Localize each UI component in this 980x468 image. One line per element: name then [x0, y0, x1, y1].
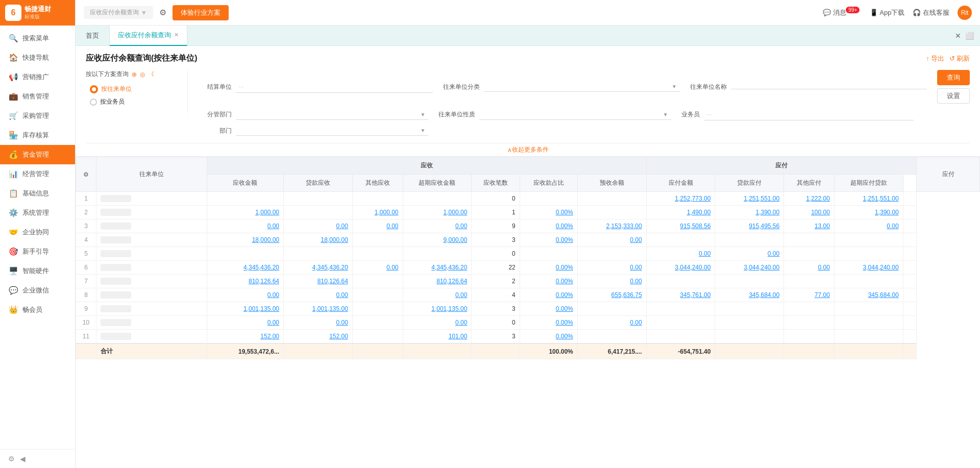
- condition-settings-icon[interactable]: ◎: [140, 71, 145, 78]
- col-partner: 往来单位: [96, 157, 207, 192]
- col-group-ap: 应付: [646, 157, 916, 175]
- sidebar-logo: 6 畅捷通财 标准版: [0, 0, 75, 26]
- tab-close-window-icon[interactable]: ✕: [955, 32, 961, 40]
- sidebar-label-collab: 企业协同: [22, 228, 49, 237]
- purchase-icon: 🛒: [8, 111, 18, 120]
- col-ar-other: 其他应收: [352, 175, 403, 192]
- page-title-row: 应收应付余额查询(按往来单位) ↑ 导出 ↺ 刷新: [86, 53, 970, 64]
- collapse-icon[interactable]: ◀: [20, 455, 26, 463]
- sidebar-item-operations[interactable]: 📊经营管理: [0, 164, 75, 184]
- tab-close-icon[interactable]: ✕: [174, 32, 179, 38]
- col-ap-overdue: 超期应付贷款: [834, 175, 903, 192]
- col-group-ar: 应收: [207, 157, 646, 175]
- query-label: 按以下方案查询 ⊕ ◎ 《: [86, 70, 181, 79]
- marketing-icon: 📢: [8, 72, 18, 82]
- breadcrumb-arrow: ▼: [141, 9, 147, 16]
- sidebar-item-marketing[interactable]: 📢营销推广: [0, 67, 75, 87]
- filter-label-lwdwmc: 往来单位名称: [690, 83, 727, 91]
- query-option-salesperson[interactable]: 按业务员: [86, 95, 181, 108]
- solution-button[interactable]: 体验行业方案: [173, 5, 229, 20]
- filter-input-lwdwxz[interactable]: ▼: [479, 110, 671, 120]
- app-download[interactable]: 📱 App下载: [870, 8, 904, 17]
- sidebar-label-finance: 资金管理: [22, 150, 49, 159]
- sidebar-item-sales[interactable]: 💼销售管理: [0, 87, 75, 106]
- table-row: 5XXXXX00.000.00: [76, 247, 980, 261]
- search-menu-icon: 🔍: [8, 34, 18, 43]
- table-row: 8XXXXX0.000.000.0040.00%655,636.75345,76…: [76, 288, 980, 302]
- tab-ar-ap[interactable]: 应收应付余额查询 ✕: [110, 26, 187, 46]
- filter-input-lwdwmc[interactable]: [731, 85, 927, 89]
- export-button[interactable]: ↑ 导出: [926, 54, 945, 63]
- online-service[interactable]: 🎧 在线客服: [913, 8, 949, 17]
- sidebar-label-quick-nav: 快捷导航: [22, 53, 49, 62]
- filter-input-bm[interactable]: ▼: [236, 126, 428, 136]
- collapse-bar[interactable]: ∧ 收起更多条件: [86, 143, 970, 156]
- sidebar-item-collab[interactable]: 🤝企业协同: [0, 223, 75, 242]
- filter-input-ywy[interactable]: ···: [704, 109, 914, 120]
- system-icon: ⚙️: [8, 208, 18, 217]
- col-ap-loan: 贷款应付: [715, 175, 784, 192]
- add-condition-icon[interactable]: ⊕: [132, 71, 137, 78]
- table-row: 2XXXXX1,000.001,000.001,000.0010.00%1,49…: [76, 206, 980, 219]
- table-row: 6XXXXX4,345,436.204,345,436.200.004,345,…: [76, 261, 980, 275]
- refresh-button[interactable]: ↺ 刷新: [949, 54, 970, 63]
- topbar-actions: 💬 消息 99+ 📱 App下载 🎧 在线客服 Rit: [823, 6, 972, 20]
- filter-input-jsdw[interactable]: ···: [236, 81, 433, 93]
- filter-label-lwdwfl: 往来单位分类: [443, 83, 480, 91]
- sidebar-item-hardware[interactable]: 🖥️智能硬件: [0, 261, 75, 281]
- filter-label-bm: 部门: [196, 127, 232, 135]
- sidebar: 6 畅捷通财 标准版 🔍搜索菜单🏠快捷导航📢营销推广💼销售管理🛒采购管理🏪库存核…: [0, 0, 76, 468]
- filter-label-lwdwxz: 往来单位性质: [438, 110, 475, 119]
- page-area: 应收应付余额查询(按往来单位) ↑ 导出 ↺ 刷新 按以下方案查询 ⊕ ◎: [76, 46, 980, 468]
- query-button[interactable]: 查询: [937, 70, 970, 85]
- query-option-partner[interactable]: 按往来单位: [86, 83, 181, 95]
- sales-icon: 💼: [8, 92, 18, 101]
- operations-icon: 📊: [8, 169, 18, 179]
- data-table: ⚙ 往来单位 应收 应付 应付 应收金额 贷款应收 其他应收 超期应收金额 应收…: [76, 157, 980, 359]
- gear-icon[interactable]: ⚙: [159, 8, 166, 17]
- sidebar-item-wechat[interactable]: 💬企业微信: [0, 281, 75, 300]
- col-settings[interactable]: ⚙: [76, 157, 96, 192]
- table-row: 10XXXXX0.000.000.0000.00%0.00: [76, 316, 980, 330]
- table-row: 4XXXXX18,000.0018,000.009,000.0030.00%0.…: [76, 233, 980, 247]
- sidebar-item-quick-nav[interactable]: 🏠快捷导航: [0, 48, 75, 67]
- breadcrumb-text: 应收应付余额查询: [90, 8, 139, 17]
- messages-badge: 99+: [846, 7, 860, 13]
- tab-home[interactable]: 首页: [76, 26, 110, 46]
- filter-input-fgbm[interactable]: ▼: [236, 110, 428, 120]
- sidebar-label-wechat: 企业微信: [22, 286, 49, 295]
- messages-section[interactable]: 💬 消息 99+: [823, 8, 862, 17]
- page-header: 应收应付余额查询(按往来单位) ↑ 导出 ↺ 刷新 按以下方案查询 ⊕ ◎: [76, 46, 980, 157]
- col-ar-overdue: 超期应收金额: [403, 175, 472, 192]
- sidebar-item-basic-info[interactable]: 📋基础信息: [0, 184, 75, 203]
- sidebar-item-purchase[interactable]: 🛒采购管理: [0, 106, 75, 126]
- table-row: 3XXXXX0.000.000.000.0090.00%2,153,333.00…: [76, 219, 980, 233]
- warehouse-icon: 🏪: [8, 131, 18, 140]
- collab-icon: 🤝: [8, 228, 18, 237]
- settings-icon[interactable]: ⚙: [8, 455, 15, 463]
- sidebar-label-operations: 经营管理: [22, 169, 49, 179]
- sidebar-item-system[interactable]: ⚙️系统管理: [0, 203, 75, 223]
- page-title: 应收应付余额查询(按往来单位): [86, 53, 198, 64]
- sidebar-bottom: ⚙ ◀: [0, 449, 75, 468]
- finance-icon: 💰: [8, 150, 18, 159]
- footer-label: 合计: [96, 343, 207, 359]
- sidebar-label-member: 畅会员: [22, 305, 42, 314]
- partner-option-icon: [90, 85, 98, 93]
- col-ap-other: 其他应付: [784, 175, 835, 192]
- col-ar-prepay: 预收余额: [577, 175, 646, 192]
- sidebar-item-search-menu[interactable]: 🔍搜索菜单: [0, 29, 75, 48]
- sidebar-item-warehouse[interactable]: 🏪库存核算: [0, 126, 75, 145]
- guide-icon: 🎯: [8, 247, 18, 256]
- condition-collapse-icon[interactable]: 《: [148, 70, 154, 79]
- tab-expand-icon[interactable]: ⬜: [965, 32, 974, 40]
- topbar: 应收应付余额查询 ▼ ⚙ 体验行业方案 💬 消息 99+ 📱 App下载 🎧 在…: [76, 0, 980, 26]
- filter-input-lwdwfl[interactable]: ▼: [484, 82, 680, 92]
- table-row: 7XXXXX810,126.64810,126.64810,126.6420.0…: [76, 275, 980, 288]
- user-avatar[interactable]: Rit: [958, 6, 972, 20]
- sidebar-item-guide[interactable]: 🎯新手引导: [0, 242, 75, 261]
- settings-button[interactable]: 设置: [937, 88, 970, 104]
- sidebar-item-member[interactable]: 👑畅会员: [0, 300, 75, 319]
- salesperson-option-icon: [90, 98, 97, 106]
- sidebar-item-finance[interactable]: 💰资金管理: [0, 145, 75, 164]
